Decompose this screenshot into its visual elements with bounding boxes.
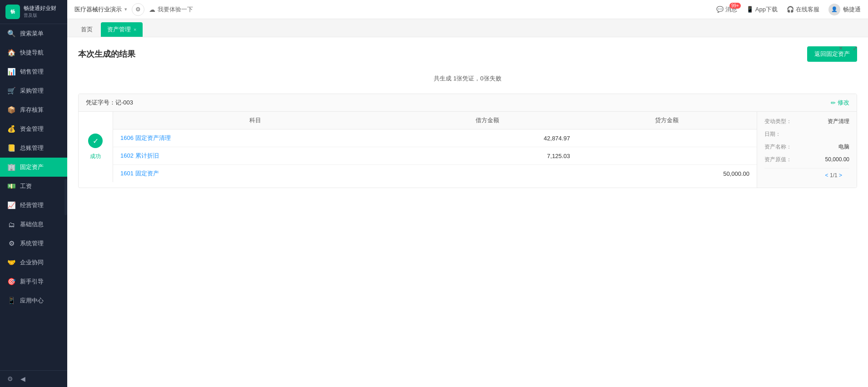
sales-label: 销售管理 — [20, 68, 44, 76]
sidebar-item-guide[interactable]: 🎯 新手引导 — [0, 272, 67, 291]
voucher-edit-button[interactable]: ✏ 修改 — [831, 99, 849, 107]
support-button[interactable]: 🎧 在线客服 — [787, 5, 819, 14]
debit-cell — [398, 165, 577, 183]
page-title: 本次生成的结果 — [78, 49, 135, 60]
app-download-button[interactable]: 📱 App下载 — [746, 5, 778, 14]
logo-icon: 畅 — [5, 5, 20, 19]
topbar: 医疗器械行业演示 ▾ ⚙ ☁ 我要体验一下 💬 消息 99+ 📱 App下载 🎧… — [67, 0, 868, 19]
experience-label: 我要体验一下 — [158, 5, 193, 14]
date-label: 日期： — [764, 130, 781, 138]
quick-nav-label: 快捷导航 — [20, 49, 44, 57]
credit-cell — [577, 129, 757, 147]
subject-cell[interactable]: 1606 固定资产清理 — [113, 129, 398, 147]
payroll-icon: 💵 — [7, 182, 15, 190]
inventory-icon: 📦 — [7, 106, 15, 114]
sales-icon: 📊 — [7, 68, 15, 76]
sidebar-item-app-center[interactable]: 📱 应用中心 — [0, 291, 67, 310]
sidebar-logo: 畅 畅捷通好业财 普及版 — [0, 0, 67, 24]
pagination-prev[interactable]: < — [825, 172, 828, 179]
sidebar-item-base-info[interactable]: 🗂 基础信息 — [0, 215, 67, 234]
settings-footer-icon[interactable]: ⚙ — [7, 375, 13, 382]
support-icon: 🎧 — [787, 6, 794, 13]
edit-icon: ✏ — [831, 99, 836, 106]
fixed-assets-icon: 🏢 — [7, 163, 15, 171]
expand-button[interactable]: ⤢ — [850, 43, 861, 54]
success-label: 成功 — [90, 153, 101, 160]
payroll-label: 工资 — [20, 182, 32, 190]
project-chevron-icon: ▾ — [124, 6, 127, 12]
base-info-label: 基础信息 — [20, 220, 44, 228]
sidebar-item-operations[interactable]: 📈 经营管理 — [0, 196, 67, 215]
sidebar-item-ledger[interactable]: 📒 总账管理 — [0, 139, 67, 158]
cloud-icon: ☁ — [149, 6, 155, 13]
sidebar-item-fixed-assets[interactable]: 🏢 固定资产 — [0, 158, 67, 177]
topbar-settings-button[interactable]: ⚙ — [132, 3, 144, 16]
sidebar-item-finance[interactable]: 💰 资金管理 — [0, 119, 67, 139]
collapse-sidebar-icon[interactable]: ◀ — [20, 375, 25, 382]
subject-cell[interactable]: 1602 累计折旧 — [113, 147, 398, 165]
sidebar-item-purchase[interactable]: 🛒 采购管理 — [0, 81, 67, 100]
app-download-label: App下载 — [755, 5, 778, 14]
side-asset-name: 资产名称： 电脑 — [764, 143, 849, 151]
inventory-label: 库存核算 — [20, 106, 44, 114]
floating-buttons: × ⤢ — [835, 43, 861, 54]
message-badge: 99+ — [729, 3, 741, 9]
tabs-bar: 首页 资产管理 × — [67, 19, 868, 37]
finance-label: 资金管理 — [20, 125, 44, 133]
voucher-header: 凭证字号：记-003 ✏ 修改 — [79, 94, 857, 112]
user-name: 畅捷通 — [843, 5, 861, 14]
close-button[interactable]: × — [835, 43, 846, 54]
sidebar: 畅 畅捷通好业财 普及版 🔍 搜索菜单 🏠 快捷导航 📊 销售管理 🛒 采购管理… — [0, 0, 67, 387]
page-header: 本次生成的结果 返回固定资产 — [78, 46, 857, 62]
sidebar-item-inventory[interactable]: 📦 库存核算 — [0, 100, 67, 119]
sidebar-item-sys-manage[interactable]: ⚙ 系统管理 — [0, 234, 67, 253]
tab-home-label: 首页 — [81, 25, 93, 34]
sidebar-item-quick-nav[interactable]: 🏠 快捷导航 — [0, 43, 67, 62]
sidebar-item-enterprise[interactable]: 🤝 企业协同 — [0, 253, 67, 272]
experience-button[interactable]: ☁ 我要体验一下 — [149, 5, 193, 14]
ledger-icon: 📒 — [7, 144, 15, 152]
side-change-type: 变动类型： 资产清理 — [764, 117, 849, 125]
user-menu[interactable]: 👤 畅捷通 — [828, 4, 861, 15]
sidebar-item-sales[interactable]: 📊 销售管理 — [0, 62, 67, 81]
app-center-label: 应用中心 — [20, 297, 44, 305]
base-info-icon: 🗂 — [7, 220, 15, 228]
tab-asset-management[interactable]: 资产管理 × — [101, 22, 143, 37]
message-button[interactable]: 💬 消息 99+ — [716, 5, 737, 14]
logo-text-block: 畅捷通好业财 普及版 — [24, 5, 56, 19]
enterprise-label: 企业协同 — [20, 258, 44, 267]
debit-cell: 42,874.97 — [398, 129, 577, 147]
sys-manage-label: 系统管理 — [20, 239, 44, 248]
tab-close-icon[interactable]: × — [134, 27, 136, 32]
side-original-value: 资产原值： 50,000.00 — [764, 155, 849, 164]
original-value-value: 50,000.00 — [825, 155, 849, 164]
purchase-icon: 🛒 — [7, 87, 15, 95]
content-area: × ⤢ 本次生成的结果 返回固定资产 共生成 1张凭证，0张失败 凭证字号：记-… — [67, 37, 868, 387]
sidebar-footer: ⚙ ◀ — [0, 370, 67, 387]
logo-text: 畅捷通好业财 — [24, 5, 56, 12]
operations-label: 经营管理 — [20, 201, 44, 209]
settings-icon: ⚙ — [135, 6, 141, 13]
avatar-icon: 👤 — [831, 6, 838, 12]
main-area: 医疗器械行业演示 ▾ ⚙ ☁ 我要体验一下 💬 消息 99+ 📱 App下载 🎧… — [67, 0, 868, 387]
credit-cell: 50,000.00 — [577, 165, 757, 183]
project-name: 医疗器械行业演示 — [74, 5, 122, 14]
enterprise-icon: 🤝 — [7, 258, 15, 267]
project-selector[interactable]: 医疗器械行业演示 ▾ — [74, 5, 127, 14]
sidebar-item-search[interactable]: 🔍 搜索菜单 — [0, 24, 67, 43]
change-type-label: 变动类型： — [764, 117, 792, 125]
fixed-assets-label: 固定资产 — [20, 163, 44, 171]
topbar-right: 💬 消息 99+ 📱 App下载 🎧 在线客服 👤 畅捷通 — [716, 4, 861, 15]
asset-name-label: 资产名称： — [764, 143, 792, 151]
tab-home[interactable]: 首页 — [74, 22, 99, 37]
search-icon: 🔍 — [7, 30, 15, 38]
guide-label: 新手引导 — [20, 278, 44, 286]
pagination-next[interactable]: > — [839, 172, 842, 179]
voucher-body: ✓ 成功 科目 借方金额 贷方金额 — [79, 112, 857, 188]
voucher-table: 科目 借方金额 贷方金额 1606 固定资产清理 42,874.97 1602 … — [113, 112, 757, 182]
sidebar-item-payroll[interactable]: 💵 工资 — [0, 177, 67, 196]
subject-cell[interactable]: 1601 固定资产 — [113, 165, 398, 183]
pagination: < 1/1 > — [764, 168, 849, 182]
voucher-number: 凭证字号：记-003 — [86, 99, 133, 107]
status-column: ✓ 成功 — [79, 112, 113, 182]
